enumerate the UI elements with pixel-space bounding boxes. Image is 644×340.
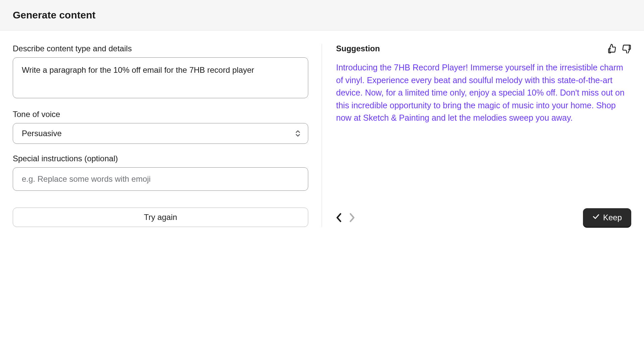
suggestion-footer: Keep (336, 208, 631, 227)
describe-label: Describe content type and details (13, 44, 308, 53)
describe-input[interactable] (13, 57, 308, 98)
feedback-icons (608, 44, 631, 53)
tone-select-wrapper: Persuasive (13, 123, 308, 144)
suggestion-title: Suggestion (336, 44, 380, 53)
page-title: Generate content (13, 9, 631, 21)
suggestion-header: Suggestion (336, 44, 631, 53)
instructions-input[interactable] (13, 167, 308, 191)
try-again-button[interactable]: Try again (13, 208, 308, 227)
chevron-left-icon[interactable] (336, 213, 342, 222)
form-panel: Describe content type and details Tone o… (13, 44, 322, 227)
suggestion-panel: Suggestion Introducing the 7HB Record Pl… (322, 44, 631, 227)
header-bar: Generate content (0, 0, 644, 31)
thumbs-down-icon[interactable] (622, 44, 631, 53)
check-icon (592, 213, 600, 222)
suggestion-text: Introducing the 7HB Record Player! Immer… (336, 61, 631, 181)
tone-select[interactable]: Persuasive (13, 123, 308, 144)
tone-label: Tone of voice (13, 110, 308, 119)
keep-button-label: Keep (603, 213, 622, 222)
thumbs-up-icon[interactable] (608, 44, 617, 53)
keep-button[interactable]: Keep (583, 208, 631, 227)
chevron-right-icon (349, 213, 355, 222)
main-content: Describe content type and details Tone o… (0, 31, 644, 240)
instructions-label: Special instructions (optional) (13, 154, 308, 163)
pagination (336, 213, 355, 222)
